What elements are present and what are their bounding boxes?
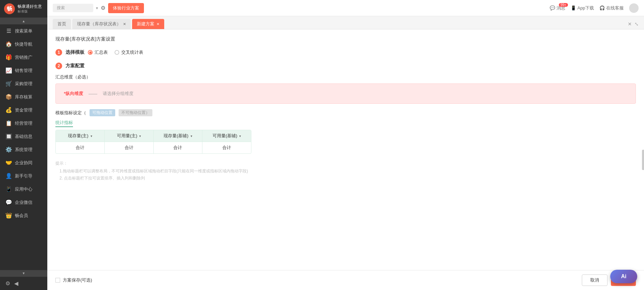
sidebar-item-label: 经营管理 [15, 120, 32, 126]
settings-icon[interactable]: ⚙ [5, 280, 10, 287]
sidebar-scroll-up[interactable]: ▲ [0, 18, 47, 24]
chevron-down-icon-4[interactable]: ▾ [239, 134, 241, 138]
tab-new-scheme[interactable]: 新建方案 ✕ [132, 19, 164, 29]
tab-expand-action[interactable]: ⤡ [635, 21, 639, 27]
sidebar: 畅 畅康通好生意 标准版 ▲ ☰ 搜索菜单 🏠 快捷导航 🎁 营销推广 📈 销售… [0, 0, 47, 290]
section2-num: 2 [55, 63, 62, 69]
scheme-save: 方案保存(可选) [55, 277, 92, 283]
chevron-down-icon-2[interactable]: ▾ [139, 134, 141, 138]
stats-table-header: 现存量(主) ▾ 可用量(主) ▾ 现存量(基辅) ▾ [56, 130, 251, 142]
sidebar-logo: 畅 畅康通好生意 标准版 [0, 0, 47, 18]
sidebar-item-label: 快捷导航 [15, 41, 32, 47]
basic-info-icon: 🔲 [5, 133, 12, 140]
ai-label: Ai [621, 273, 626, 280]
section-scheme-config: 2 方案配置 汇总维度（必选） *纵向维度 —— 请选择分组维度 模板指标设定（ [55, 63, 636, 181]
config-section: 汇总维度（必选） *纵向维度 —— 请选择分组维度 模板指标设定（ 可拖动位置 … [55, 74, 636, 181]
inventory-icon: 📦 [5, 94, 12, 100]
stats-col-3-label: 现存量(基辅) [164, 133, 189, 139]
topbar-right: 💬 消息 99+ 📱 App下载 🎧 在线客服 [550, 3, 639, 13]
tab-new-scheme-close[interactable]: ✕ [156, 22, 159, 26]
section2-title: 方案配置 [66, 63, 84, 69]
section1-title: 选择模板 [66, 49, 84, 55]
stats-col-2-label: 可用量(主) [117, 133, 138, 139]
sidebar-item-quick-nav[interactable]: 🏠 快捷导航 [0, 38, 47, 51]
tips-section: 提示： 1.拖动标题栏可以调整布局，不可跨维度或指标区域拖动栏目字段(只能在同一… [55, 161, 636, 181]
user-avatar[interactable] [629, 3, 639, 13]
sidebar-item-marketing[interactable]: 🎁 营销推广 [0, 51, 47, 64]
ai-button[interactable]: Ai [610, 270, 637, 283]
dropdown-icon[interactable]: ▾ [96, 6, 98, 10]
tips-item-1: 1.拖动标题栏可以调整布局，不可跨维度或指标区域拖动栏目字段(只能在同一维度或指… [55, 168, 636, 174]
sidebar-item-sales[interactable]: 📈 销售管理 [0, 64, 47, 77]
chevron-down-icon-3[interactable]: ▾ [191, 134, 192, 138]
page-title: 现存量(库存状况表)方案设置 [55, 36, 636, 42]
dimension-required-area[interactable]: *纵向维度 —— 请选择分组维度 [55, 83, 636, 104]
message-icon: 💬 [550, 5, 555, 10]
section1-header: 1 选择模板 汇总表 交叉统计表 [55, 49, 636, 56]
sidebar-item-newbie[interactable]: 👤 新手引导 [0, 169, 47, 183]
stats-col-4[interactable]: 可用量(基辅) ▾ [202, 130, 251, 142]
sidebar-item-label: 畅会员 [15, 213, 28, 219]
marketing-icon: 🎁 [5, 54, 12, 61]
section1-num: 1 [55, 49, 62, 56]
member-icon: 👑 [5, 212, 12, 219]
fixed-badge: 不可拖动位置） [119, 109, 152, 116]
industry-btn[interactable]: 体验行业方案 [108, 3, 144, 13]
app-download-btn[interactable]: 📱 App下载 [571, 5, 594, 11]
tab-inventory-status-close[interactable]: ✕ [123, 22, 126, 26]
tabbar: 首页 现存量（库存状况表） ✕ 新建方案 ✕ ✕ ⤡ [47, 16, 644, 29]
radio-summary[interactable]: 汇总表 [88, 49, 108, 55]
template-radio-group: 汇总表 交叉统计表 [88, 49, 143, 55]
stats-col-2[interactable]: 可用量(主) ▾ [105, 130, 154, 142]
tab-inventory-status[interactable]: 现存量（库存状况表） ✕ [72, 19, 131, 29]
cancel-button[interactable]: 取消 [582, 274, 608, 286]
sidebar-item-label: 应用中心 [15, 186, 32, 192]
stats-col-1-label: 现存量(主) [68, 133, 89, 139]
stats-cell-4: 合计 [202, 142, 251, 153]
sidebar-item-label: 搜索菜单 [15, 28, 32, 34]
search-box[interactable]: 搜索 [53, 4, 93, 12]
enterprise-icon: 🤝 [5, 160, 12, 166]
operations-icon: 📋 [5, 120, 12, 126]
system-icon: ⚙️ [5, 146, 12, 153]
stats-col-3[interactable]: 现存量(基辅) ▾ [154, 130, 203, 142]
sidebar-item-inventory[interactable]: 📦 库存核算 [0, 90, 47, 103]
chevron-down-icon-1[interactable]: ▾ [91, 134, 92, 138]
dim-row: *纵向维度 —— 请选择分组维度 [64, 91, 627, 97]
sidebar-item-search-menu[interactable]: ☰ 搜索菜单 [0, 24, 47, 38]
stats-section: 统计指标 现存量(主) ▾ 可用量(主) ▾ [55, 120, 636, 154]
tab-home[interactable]: 首页 [53, 19, 71, 29]
audio-icon[interactable]: ◀ [14, 280, 18, 287]
online-support-btn[interactable]: 🎧 在线客服 [599, 5, 624, 11]
radio-summary-circle [88, 50, 93, 55]
dim-dash: —— [89, 91, 97, 96]
gear-icon[interactable]: ⚙ [101, 5, 105, 11]
tips-item-2: 2. 点击标题栏下拉可设置排序、插入列和删除列 [55, 175, 636, 181]
sidebar-item-operations[interactable]: 📋 经营管理 [0, 117, 47, 130]
indicator-settings-label: 模板指标设定（ 可拖动位置 不可拖动位置） [55, 109, 636, 116]
sidebar-item-member[interactable]: 👑 畅会员 [0, 209, 47, 222]
sidebar-scroll-down[interactable]: ▼ [0, 270, 47, 276]
sidebar-footer: ⚙ ◀ [0, 276, 47, 290]
search-menu-icon: ☰ [5, 28, 12, 34]
indicator-settings: 模板指标设定（ 可拖动位置 不可拖动位置） 统计指标 现存量(主) ▾ [55, 109, 636, 154]
sidebar-item-label: 企业微信 [15, 199, 32, 206]
messages-btn[interactable]: 💬 消息 99+ [550, 5, 565, 11]
sidebar-item-system[interactable]: ⚙️ 系统管理 [0, 143, 47, 156]
scheme-save-checkbox[interactable] [55, 278, 60, 283]
sidebar-item-wechat[interactable]: 💬 企业微信 [0, 196, 47, 209]
sidebar-item-purchase[interactable]: 🛒 采购管理 [0, 77, 47, 90]
sidebar-item-basic-info[interactable]: 🔲 基础信息 [0, 130, 47, 143]
sidebar-item-finance[interactable]: 💰 资金管理 [0, 103, 47, 117]
sidebar-item-enterprise[interactable]: 🤝 企业协同 [0, 156, 47, 169]
sidebar-item-label: 库存核算 [15, 94, 32, 100]
radio-cross-label: 交叉统计表 [121, 49, 143, 55]
stats-table-row: 合计 合计 合计 合计 [56, 142, 251, 153]
sidebar-item-app-center[interactable]: 📱 应用中心 [0, 183, 47, 196]
tab-new-scheme-label: 新建方案 [137, 21, 154, 27]
app-download-label: App下载 [577, 5, 594, 11]
radio-cross[interactable]: 交叉统计表 [115, 49, 143, 55]
stats-cell-1: 合计 [56, 142, 105, 153]
tab-close-action[interactable]: ✕ [628, 21, 632, 27]
stats-col-1[interactable]: 现存量(主) ▾ [56, 130, 105, 142]
